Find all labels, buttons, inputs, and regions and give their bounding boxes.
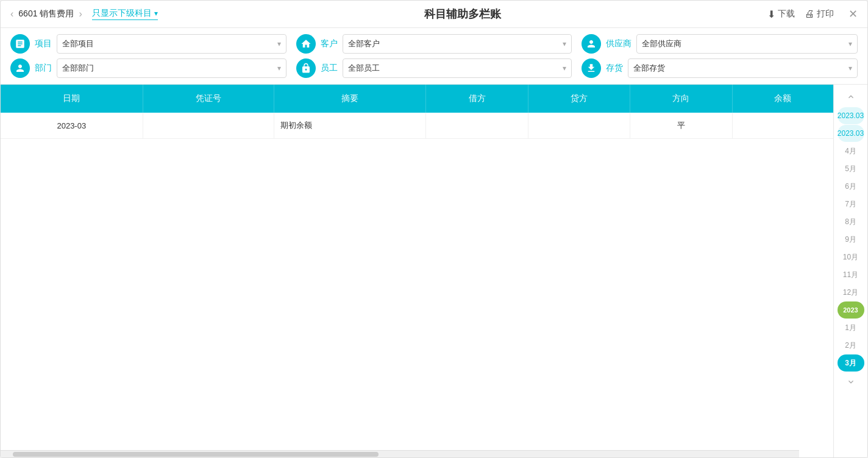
sidebar-month-4[interactable]: 6月 (838, 178, 864, 195)
customer-select[interactable]: 全部客户 ▾ (343, 34, 572, 54)
nav-next-button[interactable]: › (79, 9, 82, 19)
filter-item-customer: 客户 全部客户 ▾ (296, 34, 572, 54)
filter-row-1: 项目 全部项目 ▾ 客户 全部客户 ▾ (10, 34, 858, 54)
sidebar-month-3[interactable]: 5月 (838, 160, 864, 177)
employee-select[interactable]: 全部员工 ▾ (343, 58, 572, 78)
col-credit: 贷方 (528, 85, 630, 113)
sidebar-month-9[interactable]: 11月 (838, 266, 864, 283)
col-voucher: 凭证号 (143, 85, 274, 113)
department-value: 全部部门 (62, 63, 94, 74)
cell-4 (528, 113, 630, 139)
supplier-label: 供应商 (606, 38, 631, 49)
table-area[interactable]: 日期 凭证号 摘要 借方 贷方 方向 余额 2023-03期初余额平 (1, 85, 833, 457)
sidebar-month-7[interactable]: 9月 (838, 231, 864, 248)
department-select[interactable]: 全部部门 ▾ (57, 58, 286, 78)
print-icon: 🖨 (805, 9, 814, 19)
filter-item-employee: 员工 全部员工 ▾ (296, 58, 572, 78)
project-select[interactable]: 全部项目 ▾ (57, 34, 286, 54)
print-button[interactable]: 🖨 打印 (805, 9, 834, 19)
cell-3 (426, 113, 528, 139)
col-direction: 方向 (630, 85, 732, 113)
sidebar-month-10[interactable]: 12月 (838, 284, 864, 301)
sidebar-month-13[interactable]: 2月 (838, 337, 864, 354)
filter-item-supplier: 供应商 全部供应商 ▾ (582, 34, 858, 54)
filter-item-inventory: 存货 全部存货 ▾ (582, 58, 858, 78)
sidebar-month-6[interactable]: 8月 (838, 213, 864, 230)
horizontal-scrollbar[interactable] (1, 450, 799, 457)
project-icon (10, 34, 30, 54)
page-title: 科目辅助多栏账 (163, 7, 763, 21)
sidebar-month-2[interactable]: 4月 (838, 143, 864, 160)
supplier-dropdown-icon: ▾ (848, 40, 852, 48)
inventory-select[interactable]: 全部存货 ▾ (628, 58, 858, 78)
filter-row-2: 部门 全部部门 ▾ 员工 全部员工 ▾ (10, 58, 858, 78)
sidebar-month-12[interactable]: 1月 (838, 319, 864, 336)
sidebar-month-5[interactable]: 7月 (838, 196, 864, 213)
department-dropdown-icon: ▾ (277, 64, 281, 72)
project-dropdown-icon: ▾ (277, 40, 281, 48)
sidebar-month-11[interactable]: 2023 (838, 301, 864, 319)
customer-value: 全部客户 (348, 38, 380, 49)
print-label: 打印 (817, 9, 834, 19)
col-date: 日期 (1, 85, 143, 113)
main-window: ‹ 6601 销售费用 › 只显示下级科目 ▾ 科目辅助多栏账 ⬇ 下载 🖨 打… (0, 0, 868, 458)
cell-5: 平 (630, 113, 732, 139)
show-sub-button[interactable]: 只显示下级科目 ▾ (92, 8, 158, 20)
project-label: 项目 (35, 38, 52, 49)
filter-item-department: 部门 全部部门 ▾ (10, 58, 286, 78)
sidebar-up-arrow[interactable] (842, 88, 859, 105)
employee-label: 员工 (321, 63, 338, 74)
chevron-down-icon: ▾ (154, 9, 158, 18)
col-debit: 借方 (426, 85, 528, 113)
supplier-icon (582, 34, 601, 54)
customer-dropdown-icon: ▾ (563, 40, 566, 48)
cell-6 (732, 113, 833, 139)
customer-label: 客户 (321, 38, 338, 49)
inventory-label: 存货 (606, 63, 623, 74)
toolbar-actions: ⬇ 下载 🖨 打印 ✕ (767, 7, 858, 21)
cell-2: 期初余额 (274, 113, 425, 139)
customer-icon (296, 34, 316, 54)
col-summary: 摘要 (274, 85, 425, 113)
main-content: 日期 凭证号 摘要 借方 贷方 方向 余额 2023-03期初余额平 (1, 85, 867, 457)
supplier-select[interactable]: 全部供应商 ▾ (636, 34, 858, 54)
download-button[interactable]: ⬇ 下载 (767, 9, 795, 20)
sidebar-down-arrow[interactable] (842, 373, 859, 390)
sidebar-month-0[interactable]: 2023.03 (838, 107, 864, 124)
employee-dropdown-icon: ▾ (563, 64, 566, 72)
close-button[interactable]: ✕ (848, 7, 858, 21)
filter-item-project: 项目 全部项目 ▾ (10, 34, 286, 54)
employee-icon (296, 58, 316, 78)
filter-area: 项目 全部项目 ▾ 客户 全部客户 ▾ (1, 28, 867, 85)
account-code-label: 6601 销售费用 (18, 9, 74, 19)
table-row: 2023-03期初余额平 (1, 113, 833, 139)
inventory-dropdown-icon: ▾ (848, 64, 852, 72)
right-sidebar: 2023.032023.034月5月6月7月8月9月10月11月12月20231… (833, 85, 867, 457)
scrollbar-thumb[interactable] (13, 452, 379, 457)
nav-prev-button[interactable]: ‹ (10, 9, 13, 19)
download-icon: ⬇ (767, 9, 775, 20)
show-sub-label: 只显示下级科目 (92, 8, 152, 19)
sidebar-month-14[interactable]: 3月 (838, 354, 864, 372)
col-balance: 余额 (732, 85, 833, 113)
cell-0: 2023-03 (1, 113, 143, 139)
table-header-row: 日期 凭证号 摘要 借方 贷方 方向 余额 (1, 85, 833, 113)
download-label: 下载 (778, 9, 795, 19)
employee-value: 全部员工 (348, 63, 380, 74)
department-label: 部门 (35, 63, 52, 74)
sidebar-month-8[interactable]: 10月 (838, 248, 864, 266)
supplier-value: 全部供应商 (642, 38, 681, 49)
department-icon (10, 58, 30, 78)
project-value: 全部项目 (62, 38, 94, 49)
inventory-icon (582, 58, 601, 78)
top-bar: ‹ 6601 销售费用 › 只显示下级科目 ▾ 科目辅助多栏账 ⬇ 下载 🖨 打… (1, 1, 867, 28)
data-table: 日期 凭证号 摘要 借方 贷方 方向 余额 2023-03期初余额平 (1, 85, 833, 139)
sidebar-month-1[interactable]: 2023.03 (838, 125, 864, 142)
cell-1 (143, 113, 274, 139)
inventory-value: 全部存货 (633, 63, 665, 74)
